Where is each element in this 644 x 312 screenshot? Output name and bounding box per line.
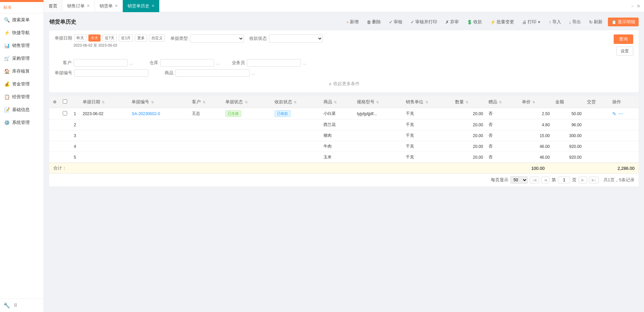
audit-button[interactable]: ✓ 审核 [386,18,405,26]
date-btn-1month[interactable]: 近1月 [119,34,133,42]
audit-icon: ✓ [389,20,393,25]
goods-input[interactable] [175,69,250,77]
col-date[interactable]: 单据日期 ⇅ [80,96,129,108]
cell-qty: 20.00 [452,130,486,141]
warehouse-dots[interactable]: ... [216,60,220,66]
tab-sales-history[interactable]: 销货单历史 ✕ [123,0,160,12]
sidebar-item-finance-mgmt[interactable]: 💰 资金管理 [0,78,44,90]
tab-home[interactable]: 首页 [44,0,62,12]
col-gear[interactable]: ⚙ [49,96,60,108]
sidebar-item-sales-mgmt[interactable]: 📊 销售管理 [0,39,44,52]
collect-button[interactable]: 💲 收款 [464,18,485,26]
sidebar-settings-icon[interactable]: 🔧 [3,302,10,309]
customer-input[interactable] [74,59,128,67]
tab-bar-close-icon[interactable]: ✕ [637,3,641,9]
salesperson-dots[interactable]: ... [303,60,307,66]
refresh-button[interactable]: ↻ 刷新 [586,18,605,26]
delete-button[interactable]: 🗑 删除 [364,18,384,26]
tab-sales-order-close[interactable]: ✕ [87,4,90,8]
salesperson-input[interactable] [247,59,301,67]
col-spec[interactable]: 规格型号 ⇅ [354,96,403,108]
collect-label: 收款 [473,19,482,25]
col-spec-label: 规格型号 [357,99,374,104]
tab-sales-goods-close[interactable]: ✕ [115,4,118,8]
page-first-button[interactable]: |◀ [530,177,539,183]
cell-row-num: 1 [70,108,80,120]
page-last-button[interactable]: ▶| [589,177,598,183]
cell-row-num: 3 [70,130,80,141]
query-button[interactable]: 查询 [614,34,633,44]
audit-print-button[interactable]: ✓ 审核并打印 [408,18,440,26]
page-size-select[interactable]: 50 10 20 100 [510,176,528,184]
cell-unit: 千克 [403,120,452,130]
page-title: 销货单历史 [49,19,76,26]
collect-status-select[interactable] [269,34,323,43]
show-detail-button[interactable]: 📋 显示明细 [608,18,639,26]
col-order-no[interactable]: 单据编号 ⇅ [129,96,189,108]
col-amount-label: 金额 [555,99,564,104]
col-collect-status[interactable]: 收款状态 ⇅ [272,96,321,108]
cell-qty: 20.00 [452,152,486,163]
set-button[interactable]: 设置 [616,47,633,56]
batch-change-button[interactable]: ⚡ 批量变更 [487,18,517,26]
page-next-button[interactable]: ▶ [579,177,587,183]
cell-date: 2023-06-02 [80,108,129,120]
tab-sales-history-close[interactable]: ✕ [151,4,155,8]
col-qty[interactable]: 数量 ⇅ [452,96,486,108]
col-customer[interactable]: 客户 ⇅ [189,96,223,108]
row-checkbox[interactable] [63,111,67,115]
col-goods-sort-icon: ⇅ [334,100,337,104]
page-input[interactable] [558,177,570,183]
date-btn-yesterday[interactable]: 昨天 [74,34,86,42]
sidebar-item-quick-nav[interactable]: ⚡ 快捷导航 [0,26,44,39]
sidebar-item-purchase-mgmt[interactable]: 🛒 采购管理 [0,52,44,65]
col-unit[interactable]: 销售单位 ⇅ [403,96,452,108]
col-customer-label: 客户 [192,99,201,104]
col-collect-status-sort-icon: ⇅ [294,100,297,104]
date-btn-today[interactable]: 今天 [88,34,101,42]
sidebar-item-label: 销售管理 [12,43,30,49]
page-prev-button[interactable]: ◀ [541,177,550,183]
warehouse-input[interactable] [160,59,214,67]
sidebar-item-ops-mgmt[interactable]: 📋 经营管理 [0,90,44,103]
date-btn-custom[interactable]: 自定义 [149,34,165,42]
page-size-label: 每页显示 [491,177,508,183]
col-qty-sort-icon: ⇅ [466,100,468,104]
col-unit-price[interactable]: 单价 ⇅ [519,96,553,108]
sidebar-collapse-icon[interactable]: ⏸ [13,302,18,309]
export-button[interactable]: ↓ 导出 [566,18,584,26]
sidebar-item-sys-mgmt[interactable]: ⚙️ 系统管理 [0,116,44,129]
import-button[interactable]: ↑ 导入 [546,18,564,26]
add-button[interactable]: + 新增 [344,18,362,26]
type-select[interactable] [190,34,244,43]
customer-dots[interactable]: ... [130,60,133,66]
filter-order-num: 单据编号 [55,69,148,77]
edit-icon[interactable]: ✎ [612,111,616,116]
order-num-input[interactable] [74,69,148,77]
col-goods[interactable]: 商品 ⇅ [321,96,354,108]
sidebar-logo: 标准 [0,2,44,14]
select-all-checkbox[interactable] [63,99,67,104]
col-order-status[interactable]: 单据状态 ⇅ [223,96,272,108]
collapse-button[interactable]: ∧ 收起更多条件 [327,79,361,88]
date-btn-more[interactable]: 更多 [135,34,147,42]
col-gift[interactable]: 赠品 ⇅ [486,96,519,108]
cell-row-num: 4 [70,141,80,152]
tab-bar-minus-icon[interactable]: − [631,3,634,9]
cell-amount: 50.00 [553,108,584,120]
more-icon[interactable]: ⋯ [618,111,623,116]
sidebar-item-search-menu[interactable]: 🔍 搜索菜单 [0,14,44,26]
date-btn-7days[interactable]: 近7天 [103,34,117,42]
tab-home-label: 首页 [49,3,57,9]
tab-sales-goods[interactable]: 销货单 ✕ [95,0,123,12]
collect-status-label: 收款状态 [249,35,267,42]
abandon-button[interactable]: ✗ 弃审 [443,18,461,26]
add-icon: + [346,20,349,25]
sidebar-item-inventory[interactable]: 🏠 库存核算 [0,65,44,78]
tab-sales-order[interactable]: 销售订单 ✕ [62,0,95,12]
print-button[interactable]: 🖨 打印 ▼ [520,18,543,26]
sidebar-item-basic-info[interactable]: 📝 基础信息 [0,103,44,116]
page-content: 销货单历史 + 新增 🗑 删除 ✓ 审核 ✓ 审核并打印 [44,12,644,312]
goods-dots[interactable]: ... [252,71,255,76]
sidebar-item-label: 采购管理 [12,55,30,61]
